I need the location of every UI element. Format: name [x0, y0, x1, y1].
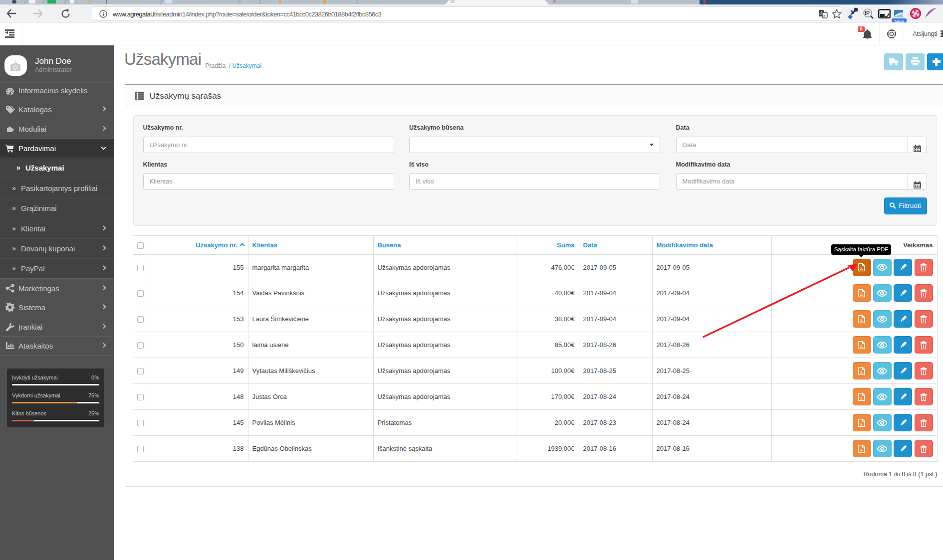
svg-text:IP: IP: [865, 10, 870, 16]
svg-text:x: x: [823, 13, 825, 18]
